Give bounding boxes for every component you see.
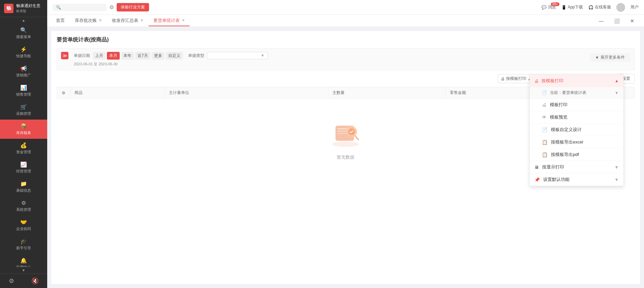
display-print-left: 🖥 按显示打印 [534, 164, 564, 170]
page-content: 要货单统计表(按商品) ≫ 单据日期 上月 本月 本年 近7天 更多 自定义 [47, 27, 644, 288]
app-version: 标准版 [16, 9, 40, 13]
svg-point-0 [332, 141, 359, 147]
sidebar-item-inventory[interactable]: 📦 库存核算 [0, 120, 47, 139]
purchase-icon: 🛒 [20, 104, 27, 110]
topbar-gear-btn[interactable]: ⚙ [109, 4, 114, 10]
tab-inventory-batch[interactable]: 库存批次账 ✕ [70, 15, 107, 26]
template-custom-icon: 📄 [542, 127, 548, 132]
current-template-arrow: ▼ [615, 91, 619, 95]
logo-icon: 畅 [4, 4, 13, 13]
volume-btn[interactable]: 🔇 [31, 277, 39, 285]
main-area: 🔍 ⚙ 体验行业方案 💬 消息 99+ 📱 App下载 🎧 在线客服 用户 [47, 0, 644, 288]
message-icon: 💬 [541, 5, 547, 10]
close-window-btn[interactable]: ✕ [624, 15, 640, 27]
maximize-btn[interactable]: ⬜ [609, 15, 624, 27]
default-fn-left: 📌 设置默认功能 [534, 177, 569, 183]
dropdown-display-print[interactable]: 🖥 按显示打印 ▼ [530, 161, 623, 173]
dropdown-template-custom[interactable]: 📄 模板自定义设计 [530, 124, 623, 136]
print-dropdown-header[interactable]: 🖨 按模板打印 ▲ [530, 74, 623, 87]
date-btn-7days[interactable]: 近7天 [135, 52, 150, 60]
sales-icon: 📊 [20, 85, 27, 91]
tab-receipt-summary[interactable]: 收发存汇总表 ✕ [107, 15, 148, 26]
close-receipt-summary-tab[interactable]: ✕ [140, 18, 143, 23]
sidebar-item-operation[interactable]: 📈 经营管理 [0, 158, 47, 177]
quick-nav-icon: ⚡ [20, 46, 27, 53]
sidebar-item-guide[interactable]: 🎓 新手引导 [0, 235, 47, 254]
message-btn[interactable]: 💬 消息 99+ [541, 4, 556, 10]
tab-order-stats[interactable]: 要货单统计表 ✕ [149, 15, 189, 26]
collab-icon: 🤝 [20, 219, 27, 225]
dropdown-template-pdf[interactable]: 📋 按模板导出pdf [530, 149, 623, 161]
basic-icon: 📁 [20, 181, 27, 187]
print-dropdown: 🖨 按模板打印 ▲ 📄 当前：要货单统计表 ▼ 🖨 模板打印 👁 模板预览 [529, 74, 624, 186]
col-settings[interactable]: ⚙ [57, 87, 70, 99]
finance-icon: 💰 [20, 142, 27, 149]
sidebar-item-quick-nav[interactable]: ⚡ 快捷导航 [0, 43, 47, 62]
col-unit: 主计量单位 [165, 87, 328, 99]
doctype-select[interactable]: ▼ [207, 52, 268, 59]
filter-date-group: 单据日期 上月 本月 本年 近7天 更多 自定义 2023-06-01 至 20… [74, 52, 183, 67]
settings-icon: ⚙ [62, 91, 65, 95]
app-download-btn[interactable]: 📱 App下载 [561, 4, 583, 10]
operation-icon: 📈 [20, 161, 27, 168]
username-label: 用户 [631, 4, 639, 10]
minimize-btn[interactable]: — [593, 15, 609, 27]
sidebar-item-finance[interactable]: 💰 资金管理 [0, 139, 47, 158]
filter-expand-btn[interactable]: ≫ [61, 52, 68, 59]
dropdown-default-fn[interactable]: 📌 设置默认功能 ▼ [530, 173, 623, 186]
scroll-down-btn[interactable]: ▼ [0, 267, 47, 274]
tab-home[interactable]: 首页 [51, 15, 69, 26]
marketing-icon: 📢 [20, 65, 27, 72]
date-btn-more[interactable]: 更多 [152, 52, 165, 60]
display-print-icon: 🖥 [534, 165, 539, 170]
default-fn-icon: 📌 [534, 177, 540, 182]
current-template-item[interactable]: 📄 当前：要货单统计表 ▼ [530, 87, 623, 99]
online-service-btn[interactable]: 🎧 在线客服 [588, 4, 611, 10]
sidebar-item-basic[interactable]: 📁 基础信息 [0, 177, 47, 196]
date-btn-prev[interactable]: 上月 [93, 52, 106, 60]
current-template-icon: 📄 [542, 90, 547, 95]
sidebar-nav: 🔍 搜索菜单 ⚡ 快捷导航 📢 营销推广 📊 销售管理 🛒 采购管理 📦 库存核… [0, 24, 47, 267]
svg-line-7 [355, 136, 358, 140]
sidebar-item-collab[interactable]: 🤝 企业协同 [0, 216, 47, 235]
settings-gear-btn[interactable]: ⚙ [9, 277, 14, 285]
service-icon: 🎧 [588, 5, 593, 10]
date-btn-curr[interactable]: 本月 [107, 52, 120, 60]
display-print-arrow: ▼ [614, 165, 619, 170]
filter-bar: ≫ 单据日期 上月 本月 本年 近7天 更多 自定义 2023-06-01 [57, 48, 635, 70]
expand-more-icon: ▼ [595, 55, 599, 60]
sidebar-bottom: ⚙ 🔇 [0, 274, 47, 288]
template-print-icon: 🖨 [542, 102, 547, 107]
col-qty: 主数量 [328, 87, 446, 99]
sidebar-item-system[interactable]: ⚙ 系统管理 [0, 196, 47, 216]
scroll-up-btn[interactable]: ▲ [0, 17, 47, 24]
sidebar-item-sales[interactable]: 📊 销售管理 [0, 81, 47, 100]
topbar: 🔍 ⚙ 体验行业方案 💬 消息 99+ 📱 App下载 🎧 在线客服 用户 [47, 0, 644, 15]
sidebar-item-app-center[interactable]: 🔔 应用中心 [0, 254, 47, 267]
inventory-icon: 📦 [20, 123, 27, 129]
template-excel-icon: 📋 [542, 139, 548, 145]
empty-text: 暂无数据 [337, 154, 354, 160]
tabs-bar: 首页 库存批次账 ✕ 收发存汇总表 ✕ 要货单统计表 ✕ — ⬜ ✕ [47, 15, 644, 27]
sidebar-item-purchase[interactable]: 🛒 采购管理 [0, 100, 47, 120]
guide-icon: 🎓 [20, 238, 27, 245]
user-avatar[interactable] [616, 3, 625, 12]
date-btn-year[interactable]: 本年 [121, 52, 134, 60]
expand-more-btn[interactable]: ▼ 展开更多条件 [590, 53, 630, 62]
sidebar-item-marketing[interactable]: 📢 营销推广 [0, 62, 47, 81]
topbar-search-box[interactable]: 🔍 [53, 4, 107, 11]
dropdown-template-print[interactable]: 🖨 模板打印 [530, 99, 623, 111]
close-inventory-batch-tab[interactable]: ✕ [99, 18, 102, 23]
close-order-stats-tab[interactable]: ✕ [182, 18, 185, 23]
industry-btn[interactable]: 体验行业方案 [117, 3, 149, 11]
dropdown-template-preview[interactable]: 👁 模板预览 [530, 111, 623, 124]
date-btn-custom[interactable]: 自定义 [166, 52, 183, 60]
template-pdf-icon: 📋 [542, 152, 548, 157]
dropdown-template-excel[interactable]: 📋 按模板导出excel [530, 136, 623, 149]
default-fn-arrow: ▼ [614, 177, 619, 182]
doctype-label: 单据类型 [188, 53, 204, 59]
app-logo: 畅 畅康通好生意 标准版 [0, 0, 47, 17]
sidebar-item-search[interactable]: 🔍 搜索菜单 [0, 24, 47, 43]
filter-doctype-row: 单据类型 ▼ [188, 52, 268, 59]
date-range-display: 2023-06-01 至 2023-06-30 [74, 62, 183, 67]
